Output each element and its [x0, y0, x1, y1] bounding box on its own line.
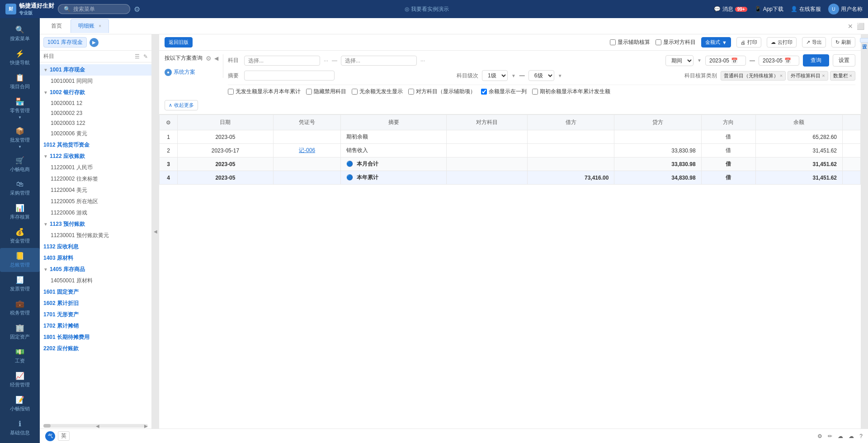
contra-checkbox[interactable] — [656, 39, 661, 45]
tree-item-1012[interactable]: 1012 其他货币资金 — [40, 139, 151, 151]
cloud-print-btn[interactable]: ☁ 云打印 — [767, 37, 797, 48]
back-old-version-btn[interactable]: 返回旧版 — [165, 37, 193, 48]
category-tag-1[interactable]: 普通科目（无特殊核算） × — [721, 71, 786, 81]
voucher-2[interactable]: 记-006 — [273, 144, 341, 157]
query-btn[interactable]: 查询 — [803, 54, 829, 67]
tag-close-icon[interactable]: × — [822, 73, 825, 78]
sidebar-item-purchase[interactable]: 🛍 采购管理 — [0, 176, 40, 200]
sidebar-item-assets[interactable]: 🏢 固定资产 — [0, 320, 40, 344]
sidebar-item-ledger[interactable]: 📒 总账管理 — [0, 248, 40, 272]
tree-item-1801[interactable]: 1801 长期待摊费用 — [40, 332, 151, 343]
voucher-link-2[interactable]: 记-006 — [299, 147, 315, 153]
top-search-bar[interactable]: 🔍 — [58, 4, 130, 14]
collapse-btn[interactable]: ∧ 收起更多 — [165, 100, 198, 110]
maximize-icon[interactable]: ⬜ — [857, 23, 864, 30]
category-tag-2[interactable]: 外币核算科目 × — [788, 71, 828, 81]
status-settings[interactable]: ⚙ — [817, 433, 822, 439]
display-aux-checkbox[interactable] — [610, 39, 616, 45]
contra-check-label[interactable]: 显示对方科目 — [656, 38, 696, 46]
sidebar-item-wholesale[interactable]: 📦 批发管理 ▼ — [0, 123, 40, 152]
filter-checkbox-2[interactable] — [306, 89, 312, 95]
sidebar-item-ecommerce[interactable]: 🛒 小畅电商 — [0, 152, 40, 176]
tree-item-11220005[interactable]: 11220005 所在地区 — [40, 196, 151, 207]
print-btn[interactable]: 🖨 打印 — [736, 37, 761, 48]
tree-item-10020006[interactable]: 10020006 黄元 — [40, 128, 151, 139]
tab-detail[interactable]: 明细账 × — [71, 19, 109, 33]
tag-close-icon[interactable]: × — [780, 73, 783, 78]
sidebar-item-tax[interactable]: 💼 税务管理 — [0, 296, 40, 320]
sidebar-item-salary[interactable]: 💵 工资 — [0, 344, 40, 368]
tree-item-10020002[interactable]: 10020002 23 — [40, 108, 151, 118]
user-area[interactable]: U 用户名称 — [828, 4, 863, 14]
period-start-picker[interactable]: 2023-05 📅 — [705, 56, 746, 66]
sidebar-item-project[interactable]: 📋 项目合同 — [0, 70, 40, 94]
tree-item-1122[interactable]: ▼ 1122 应收账款 — [40, 151, 151, 162]
tag-close-icon[interactable]: × — [849, 73, 852, 78]
tree-item-10020001[interactable]: 10020001 12 — [40, 98, 151, 108]
filter-6[interactable]: 期初余额显示本年累计发生额 — [532, 88, 610, 95]
edit-icon[interactable]: ✎ — [143, 53, 148, 60]
sidebar-item-expense[interactable]: 📝 小畅报销 — [0, 392, 40, 416]
online-service-btn[interactable]: 👤 在线客服 — [791, 5, 821, 13]
settings-side-btn[interactable]: 设置 — [860, 38, 868, 43]
filter-5[interactable]: 余额显示在一列 — [481, 88, 527, 95]
tree-item-2202[interactable]: 2202 应付账款 — [40, 343, 151, 354]
close-icon[interactable]: ✕ — [848, 23, 853, 30]
tree-expand-btn[interactable]: ▶ — [90, 38, 99, 47]
filter-1[interactable]: 无发生额显示本月本年累计 — [228, 88, 301, 95]
tree-item-1403[interactable]: 1403 原材料 — [40, 252, 151, 264]
sidebar-item-inventory[interactable]: 📊 库存核算 — [0, 200, 40, 224]
tree-item-1405[interactable]: ▼ 1405 库存商品 — [40, 264, 151, 275]
top-search-input[interactable] — [73, 6, 127, 12]
kemu-end-dots[interactable]: ··· — [420, 57, 425, 64]
filter-2[interactable]: 隐藏禁用科目 — [306, 88, 346, 95]
th-settings[interactable]: ⚙ — [160, 115, 178, 130]
level-start-select[interactable]: 1级 — [482, 70, 508, 81]
tree-item-1132[interactable]: 1132 应收利息 — [40, 241, 151, 252]
tree-content[interactable]: ▼ 1001 库存现金 10010001 同同同 ▼ 1002 银行存款 100… — [40, 62, 151, 423]
display-check-label[interactable]: 显示辅助核算 — [610, 38, 650, 46]
filter-checkbox-5[interactable] — [481, 89, 487, 95]
kemu-end-input[interactable] — [341, 56, 417, 66]
sidebar-item-nav[interactable]: ⚡ 快捷导航 — [0, 46, 40, 70]
app-download-btn[interactable]: 📱 App下载 — [755, 5, 783, 13]
lang-btn[interactable]: 英 — [58, 431, 70, 441]
message-btn[interactable]: 💬 消息 99+ — [714, 5, 747, 13]
tab-close-btn[interactable]: × — [99, 24, 101, 29]
sidebar-item-operations[interactable]: 📈 经营管理 — [0, 368, 40, 392]
tree-item-1002[interactable]: ▼ 1002 银行存款 — [40, 87, 151, 98]
tree-item-10010001[interactable]: 10010001 同同同 — [40, 76, 151, 87]
export-btn[interactable]: ↗ 导出 — [802, 37, 826, 48]
sidebar-item-retail[interactable]: 🏪 零售管理 ▼ — [0, 94, 40, 123]
filter-3[interactable]: 无余额无发生显示 — [352, 88, 403, 95]
tree-item-1123[interactable]: ▼ 1123 预付账款 — [40, 219, 151, 230]
tree-item-11220001[interactable]: 11220001 人民币 — [40, 162, 151, 173]
sidebar-item-finance[interactable]: 💰 资金管理 — [0, 224, 40, 248]
status-cloud2[interactable]: ☁ — [849, 433, 854, 439]
filter-checkbox-6[interactable] — [532, 89, 538, 95]
filter-checkbox-3[interactable] — [352, 89, 358, 95]
tree-item-11220002[interactable]: 11220002 往来标签 — [40, 173, 151, 185]
scheme-btn[interactable]: ● 系统方案 — [165, 67, 218, 78]
tree-item-1602[interactable]: 1602 累计折旧 — [40, 298, 151, 309]
tree-item-10020003[interactable]: 10020003 122 — [40, 118, 151, 128]
tree-item-14050001[interactable]: 14050001 原材料 — [40, 275, 151, 286]
level-end-select[interactable]: 6级 — [528, 70, 554, 81]
collapse-arrow-icon[interactable]: ◀ — [214, 55, 218, 62]
sidebar-item-search[interactable]: 🔍 搜索菜单 — [0, 22, 40, 46]
period-end-picker[interactable]: 2023-05 📅 — [759, 56, 799, 66]
side-collapse-btn[interactable]: ◀ — [152, 34, 159, 429]
sidebar-item-system[interactable]: ⚙ 系统管理 — [0, 440, 40, 443]
filter-4[interactable]: 对方科目（显示辅助项） — [408, 88, 476, 95]
scheme-settings-icon[interactable]: ⚙ — [206, 55, 212, 62]
list-icon[interactable]: ☰ — [135, 53, 140, 60]
settings-btn[interactable]: 设置 — [833, 54, 855, 67]
sidebar-item-basic[interactable]: ℹ 基础信息 — [0, 416, 40, 440]
demo-link[interactable]: ◎ 我要看实例演示 — [405, 5, 449, 13]
category-tag-3[interactable]: 数量栏 × — [830, 71, 855, 81]
currency-btn[interactable]: 金额式 ▼ — [701, 37, 731, 48]
tree-item-1001[interactable]: ▼ 1001 库存现金 — [40, 64, 151, 76]
sidebar-item-invoice[interactable]: 🧾 发票管理 — [0, 272, 40, 296]
kemu-dots[interactable]: ··· — [324, 57, 328, 64]
tree-item-1701[interactable]: 1701 无形资产 — [40, 309, 151, 320]
